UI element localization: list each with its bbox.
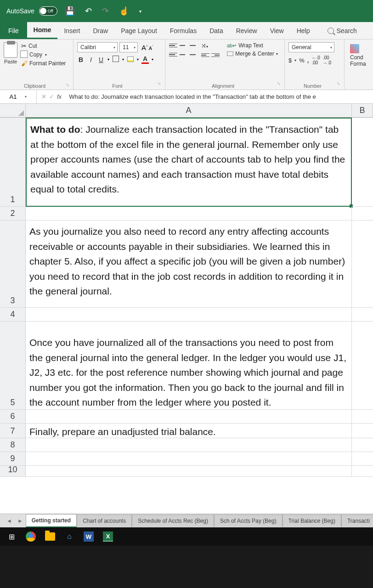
orientation-button[interactable]: ⤭▾: [201, 42, 220, 49]
alignment-launcher-icon[interactable]: ⤡: [277, 81, 281, 89]
copy-button[interactable]: Copy▾: [21, 51, 66, 58]
column-header-b[interactable]: B: [352, 104, 373, 118]
paste-icon[interactable]: [4, 42, 17, 58]
sheet-tab-trial-balance[interactable]: Trial Balance (Beg): [283, 514, 341, 527]
row-header-2[interactable]: 2: [0, 207, 26, 220]
decrease-decimal-button[interactable]: .00→.0: [323, 55, 331, 65]
tab-scroll-right-icon[interactable]: ►: [15, 518, 26, 524]
tab-page-layout[interactable]: Page Layout: [114, 22, 164, 39]
sheet-tab-getting-started[interactable]: Getting started: [26, 514, 77, 527]
increase-decimal-button[interactable]: ←.0.00: [311, 55, 320, 65]
cell-a9[interactable]: [26, 452, 352, 466]
align-middle-button[interactable]: [178, 42, 186, 49]
tab-home[interactable]: Home: [27, 22, 58, 39]
font-color-button[interactable]: A: [141, 55, 149, 64]
tab-review[interactable]: Review: [230, 22, 264, 39]
save-icon[interactable]: 💾: [62, 5, 78, 17]
sheet-tab-chart-of-accounts[interactable]: Chart of accounts: [77, 514, 132, 527]
cell-a7[interactable]: Finally, prepare an unadjusted trial bal…: [26, 424, 352, 438]
autosave-toggle[interactable]: Off: [39, 6, 57, 16]
tab-formulas[interactable]: Formulas: [164, 22, 203, 39]
row-header-9[interactable]: 9: [0, 452, 26, 466]
cell-b1[interactable]: [352, 118, 373, 207]
store-icon[interactable]: ⌂: [62, 530, 76, 543]
number-launcher-icon[interactable]: ⤡: [337, 81, 340, 89]
cell-b7[interactable]: [352, 424, 373, 438]
grow-shrink-font[interactable]: A^Aˇ: [141, 44, 153, 51]
cell-a3[interactable]: As you journalize you also need to recor…: [26, 220, 352, 308]
cell-b5[interactable]: [352, 322, 373, 410]
cell-b6[interactable]: [352, 410, 373, 424]
row-header-10[interactable]: 10: [0, 466, 26, 477]
name-box[interactable]: A1▾: [0, 90, 37, 103]
border-button[interactable]: [112, 56, 119, 63]
tab-data[interactable]: Data: [203, 22, 230, 39]
comma-button[interactable]: ,: [307, 57, 309, 64]
format-painter-button[interactable]: 🖌Format Painter: [21, 60, 66, 67]
cell-b9[interactable]: [352, 452, 373, 466]
fill-color-button[interactable]: [127, 56, 134, 63]
cell-a1[interactable]: What to do: Journalize each transaction …: [26, 118, 352, 207]
align-right-button[interactable]: [187, 51, 196, 58]
search-box[interactable]: Search: [321, 22, 363, 39]
row-header-5[interactable]: 5: [0, 322, 26, 410]
font-size-dropdown[interactable]: 11▾: [119, 42, 138, 52]
italic-button[interactable]: I: [87, 56, 95, 63]
cell-b4[interactable]: [352, 308, 373, 322]
cell-b8[interactable]: [352, 438, 373, 452]
redo-icon[interactable]: ↷: [99, 5, 112, 17]
cancel-icon[interactable]: ✕: [41, 93, 46, 100]
wrap-text-button[interactable]: ab↵Wrap Text: [227, 42, 278, 49]
cell-b3[interactable]: [352, 220, 373, 308]
worksheet[interactable]: A B 1 What to do: Journalize each transa…: [0, 104, 373, 514]
tab-insert[interactable]: Insert: [57, 22, 86, 39]
excel-icon[interactable]: X: [101, 530, 115, 543]
percent-button[interactable]: %: [299, 57, 305, 64]
row-header-3[interactable]: 3: [0, 220, 26, 308]
align-center-button[interactable]: [178, 51, 186, 58]
sheet-tab-schedule-accts-rec[interactable]: Schedule of Accts Rec (Beg): [132, 514, 214, 527]
clipboard-launcher-icon[interactable]: ⤡: [66, 83, 69, 87]
chrome-icon[interactable]: [24, 530, 38, 543]
tab-scroll-left-icon[interactable]: ◄: [4, 518, 15, 524]
cell-a4[interactable]: [26, 308, 352, 322]
tab-file[interactable]: File: [0, 22, 27, 39]
decrease-indent-button[interactable]: [201, 52, 209, 58]
cell-b2[interactable]: [352, 207, 373, 220]
align-left-button[interactable]: [169, 51, 177, 58]
start-button[interactable]: ⊞: [5, 530, 18, 543]
cell-a2[interactable]: [26, 207, 352, 220]
touch-mode-icon[interactable]: ☝: [116, 5, 132, 17]
qat-customize-icon[interactable]: ▾: [136, 8, 144, 15]
accounting-format-button[interactable]: $: [288, 57, 292, 64]
cell-b10[interactable]: [352, 466, 373, 477]
cell-a6[interactable]: [26, 410, 352, 424]
bold-button[interactable]: B: [77, 56, 85, 63]
number-format-dropdown[interactable]: General▾: [288, 42, 334, 52]
row-header-8[interactable]: 8: [0, 438, 26, 452]
formula-text[interactable]: What to do: Journalize each transaction …: [66, 93, 316, 100]
align-top-button[interactable]: [169, 42, 177, 49]
tab-help[interactable]: Help: [290, 22, 316, 39]
sheet-tab-transactions[interactable]: Transacti: [341, 514, 373, 527]
select-all-corner[interactable]: [0, 104, 26, 118]
row-header-1[interactable]: 1: [0, 118, 26, 207]
cell-a5[interactable]: Once you have journalized all of the tra…: [26, 322, 352, 410]
merge-center-button[interactable]: Merge & Center▾: [227, 51, 278, 57]
column-header-a[interactable]: A: [26, 104, 352, 118]
align-bottom-button[interactable]: [187, 42, 196, 49]
cut-button[interactable]: ✂Cut: [21, 42, 66, 50]
row-header-7[interactable]: 7: [0, 424, 26, 438]
tab-draw[interactable]: Draw: [86, 22, 114, 39]
underline-button[interactable]: U: [97, 56, 105, 63]
increase-indent-button[interactable]: [211, 52, 220, 58]
tab-view[interactable]: View: [264, 22, 290, 39]
paste-button[interactable]: Paste: [4, 59, 17, 64]
cell-a8[interactable]: [26, 438, 352, 452]
font-launcher-icon[interactable]: ⤡: [158, 81, 161, 89]
enter-icon[interactable]: ✓: [49, 93, 54, 100]
cell-a10[interactable]: [26, 466, 352, 477]
sheet-tab-sch-accts-pay[interactable]: Sch of Accts Pay (Beg): [214, 514, 283, 527]
conditional-formatting-button[interactable]: Cond Forma: [348, 42, 364, 69]
file-explorer-icon[interactable]: [43, 530, 57, 543]
